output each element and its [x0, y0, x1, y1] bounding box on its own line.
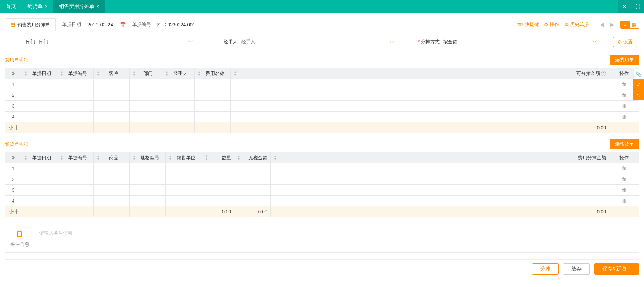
chevron-down-icon[interactable]: ﹀ — [188, 39, 193, 45]
view-list-button[interactable]: ≡ — [620, 21, 630, 29]
gear-header[interactable]: ⚙ — [5, 152, 21, 163]
chevron-down-icon[interactable]: ﹀ — [592, 39, 597, 45]
operations-button[interactable]: ⚙ 操作 — [544, 21, 559, 28]
table-row[interactable]: 2🗑 — [5, 90, 639, 101]
col-date[interactable]: ▲▼单据日期 — [21, 68, 57, 79]
subtotal-row: 小计0.00 — [5, 122, 639, 133]
discard-button[interactable]: 放弃 — [563, 263, 590, 275]
handler-input[interactable] — [241, 39, 397, 44]
table-row[interactable]: 2🗑 — [5, 174, 639, 185]
method-select[interactable]: 按金额 ﹀ — [443, 37, 598, 47]
dept-select[interactable]: ﹀ — [39, 37, 194, 47]
top-tab-bar: 首页 销货单× 销售费用分摊单× ✕ ⛶ — [0, 0, 644, 13]
col-amt[interactable]: ▲▼无税金额 — [234, 152, 271, 163]
col-num[interactable]: ▲▼单据编号 — [57, 152, 94, 163]
document-title: 销售费用分摊单 — [17, 22, 50, 28]
date-label: 单据日期 — [62, 21, 81, 28]
settings-button[interactable]: ⚙ 设置 — [613, 37, 637, 47]
close-icon[interactable]: × — [96, 4, 99, 9]
gear-header[interactable]: ⚙ — [5, 68, 21, 79]
view-grid-button[interactable]: ▦ — [630, 21, 639, 29]
pick-sales-button[interactable]: 选销货单 — [610, 139, 639, 149]
dept-label: 部门 — [7, 39, 39, 45]
col-alloc[interactable]: 费用分摊金额 — [562, 152, 609, 163]
gear-icon[interactable]: ⚙ — [11, 155, 16, 160]
history-button[interactable]: ▤ 历史单据 — [564, 21, 589, 28]
sales-section-title: 销货单明细 — [5, 141, 29, 147]
col-fee[interactable]: ▲▼费用名称 — [195, 68, 231, 79]
close-icon[interactable]: × — [45, 4, 47, 9]
tab-home[interactable]: 首页 — [0, 0, 22, 13]
col-num[interactable]: ▲▼单据编号 — [57, 68, 94, 79]
table-row[interactable]: 1🗑 — [5, 163, 639, 174]
table-row[interactable]: 4🗑 — [5, 112, 639, 122]
col-qty[interactable]: ▲▼数量 — [202, 152, 234, 163]
delete-icon[interactable]: 🗑 — [622, 166, 626, 171]
chevron-up-icon: ˄ — [628, 266, 631, 272]
col-blank[interactable]: ▲▼ — [231, 68, 562, 79]
nav-prev-icon[interactable]: ◀ — [599, 22, 605, 27]
note-icon: 🗒 — [16, 230, 24, 239]
document-date[interactable]: 2023-03-24 — [87, 22, 113, 27]
col-prod[interactable]: ▲▼商品 — [94, 152, 130, 163]
delete-icon[interactable]: 🗑 — [622, 198, 626, 204]
header-actions: ⌨ 快捷键 ⚙ 操作 ▤ 历史单据 ◀ ▶ ≡ ▦ — [517, 21, 639, 29]
document-type-tab: ▤ 销售费用分摊单 — [5, 18, 56, 31]
window-fullscreen-button[interactable]: ⛶ — [631, 0, 644, 13]
delete-icon[interactable]: 🗑 — [622, 103, 626, 109]
shortcut-button[interactable]: ⌨ 快捷键 — [517, 21, 539, 28]
sales-table: ⚙ ▲▼单据日期 ▲▼单据编号 ▲▼商品 ▲▼规格型号 ▲▼销售单位 ▲▼数量 … — [5, 152, 639, 217]
col-action: 操作 — [609, 152, 639, 163]
col-dept[interactable]: ▲▼部门 — [130, 68, 162, 79]
delete-icon[interactable]: 🗑 — [622, 114, 626, 119]
document-number: SF-20230324-001 — [157, 22, 195, 27]
delete-icon[interactable]: 🗑 — [622, 92, 626, 98]
table-row[interactable]: 3🗑 — [5, 185, 639, 196]
docnum-label: 单据编号 — [132, 21, 151, 28]
col-date[interactable]: ▲▼单据日期 — [21, 152, 57, 163]
remark-input[interactable] — [34, 225, 639, 252]
side-tools: 📎 ⤢ ⤡ — [633, 69, 644, 100]
expense-table: ⚙ ▲▼单据日期 ▲▼单据编号 ▲▼客户 ▲▼部门 ▲▼经手人 ▲▼费用名称 ▲… — [5, 68, 639, 133]
method-label: *分摊方式 — [411, 39, 443, 45]
col-unit[interactable]: ▲▼销售单位 — [166, 152, 202, 163]
handler-select[interactable]: ⋯ — [241, 37, 397, 47]
nav-next-icon[interactable]: ▶ — [610, 22, 615, 27]
delete-icon[interactable]: 🗑 — [622, 187, 626, 193]
document-icon: ▤ — [10, 22, 15, 28]
col-blank[interactable]: ▲▼ — [271, 152, 562, 163]
expand2-button[interactable]: ⤡ — [633, 90, 644, 100]
handler-label: 经手人 — [209, 39, 241, 45]
dept-input[interactable] — [39, 39, 194, 44]
tab-expense-alloc[interactable]: 销售费用分摊单× — [53, 0, 105, 13]
delete-icon[interactable]: 🗑 — [622, 82, 626, 87]
form-row: 部门 ﹀ 经手人 ⋯ *分摊方式 按金额 ﹀ ⚙ 设置 — [5, 32, 639, 49]
footer-bar: 分摊 放弃 保存&新增˄ — [5, 259, 639, 278]
save-new-button[interactable]: 保存&新增˄ — [594, 263, 639, 275]
col-handler[interactable]: ▲▼经手人 — [162, 68, 195, 79]
table-row[interactable]: 3🗑 — [5, 101, 639, 112]
tab-sales-order[interactable]: 销货单× — [22, 0, 53, 13]
gear-icon[interactable]: ⚙ — [11, 71, 16, 76]
delete-icon[interactable]: 🗑 — [622, 177, 626, 182]
help-icon[interactable]: ? — [601, 71, 606, 76]
expand-button[interactable]: ⤢ — [633, 79, 644, 90]
col-alloc[interactable]: 可分摊金额? — [562, 68, 609, 79]
col-spec[interactable]: ▲▼规格型号 — [130, 152, 166, 163]
calendar-icon[interactable]: 📅 — [120, 22, 126, 27]
attachment-button[interactable]: 📎 — [633, 69, 644, 79]
table-row[interactable]: 1🗑 — [5, 79, 639, 90]
allocate-button[interactable]: 分摊 — [532, 263, 559, 275]
document-header: ▤ 销售费用分摊单 单据日期 2023-03-24 📅 单据编号 SF-2023… — [5, 17, 639, 32]
remark-label: 备注信息 — [10, 241, 29, 248]
window-close-button[interactable]: ✕ — [618, 0, 631, 13]
more-icon[interactable]: ⋯ — [390, 39, 395, 44]
pick-expense-button[interactable]: 选费用单 — [610, 55, 639, 65]
col-cust[interactable]: ▲▼客户 — [94, 68, 130, 79]
table-row[interactable]: 4🗑 — [5, 196, 639, 206]
remark-panel: 🗒 备注信息 — [5, 225, 639, 253]
expense-section-title: 费用单明细 — [5, 57, 29, 63]
subtotal-row: 小计 0.00 0.00 0.00 — [5, 206, 639, 217]
